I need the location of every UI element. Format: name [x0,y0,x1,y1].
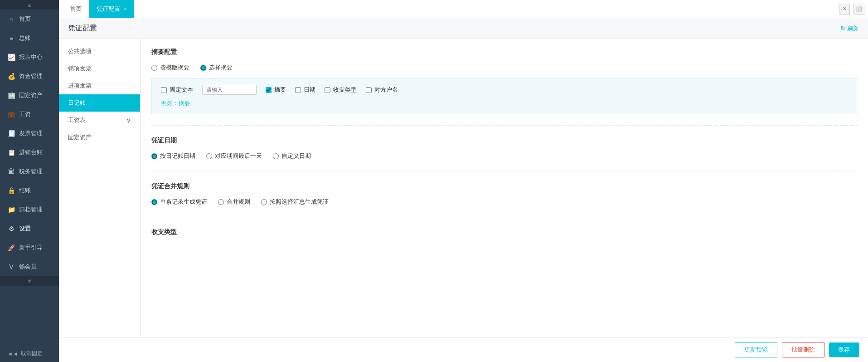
sidebar-scroll-up[interactable]: ▲ [0,0,59,10]
income-type-title: 收支类型 [151,228,857,236]
summary-select-radio[interactable] [200,65,206,71]
page-header: 凭证配置 ↻ 刷新 [59,18,868,39]
custom-date-radio[interactable] [273,153,279,159]
left-nav-public[interactable]: 公共选项 [59,43,140,60]
single-record-option[interactable]: 单条记录生成凭证 [151,198,207,206]
by-date-option[interactable]: 按日记账日期 [151,152,195,160]
sidebar-unpin-button[interactable]: ◄◄ 取消固定 [0,345,59,362]
sidebar-item-reports[interactable]: 📈 报表中心 [0,48,59,67]
by-selection-radio[interactable] [261,199,267,205]
left-nav: 公共选项 销项发票 进项发票 日记账 工资表 ∨ 固定资产 [59,39,141,337]
summary-options-row: 固定文本 摘要 日期 收支类型 [161,85,848,95]
tab-restore-button[interactable]: ⬜ [853,4,864,15]
content-wrapper: 公共选项 销项发票 进项发票 日记账 工资表 ∨ 固定资产 摘要配置 [59,39,868,337]
batch-delete-button[interactable]: 批量删除 [782,342,824,357]
date-checkbox[interactable] [295,87,301,93]
invoice-mgmt-icon: 🧾 [7,130,15,137]
tab-home[interactable]: 首页 [63,0,89,18]
merge-rule-section: 凭证合并规则 单条记录生成凭证 合并规则 按照选择汇总生成凭证 [151,182,857,217]
single-record-radio[interactable] [151,199,157,205]
last-day-option[interactable]: 对应期间最后一天 [206,152,262,160]
merge-rule-title: 凭证合并规则 [151,182,857,191]
fixed-text-input[interactable] [202,85,257,95]
by-date-radio[interactable] [151,153,157,159]
left-nav-purchase-invoice[interactable]: 进项发票 [59,77,140,94]
summary-inner-box: 固定文本 摘要 日期 收支类型 [151,78,857,114]
income-type-checkbox[interactable] [325,87,330,93]
right-content: 摘要配置 按模版摘要 选择摘要 固定文本 [141,39,868,337]
sidebar-item-archive[interactable]: 📁 归档管理 [0,200,59,219]
closing-icon: 🔒 [7,187,15,194]
guide-icon: 🚀 [7,244,15,251]
income-type-check-option[interactable]: 收支类型 [325,86,357,94]
fixed-text-checkbox[interactable] [161,87,167,93]
sidebar-item-ledger[interactable]: ≡ 总账 [0,29,59,48]
sidebar-item-assets[interactable]: 🏢 固定资产 [0,86,59,105]
left-nav-sales-invoice[interactable]: 销项发票 [59,60,140,77]
counterparty-checkbox[interactable] [366,87,372,93]
ledger-icon: ≡ [7,34,15,42]
summary-checkbox[interactable] [266,87,272,93]
merge-rule-radio-group: 单条记录生成凭证 合并规则 按照选择汇总生成凭证 [151,198,857,206]
left-nav-salary-table[interactable]: 工资表 ∨ [59,112,140,129]
archive-icon: 📁 [7,206,15,213]
tab-voucher-config[interactable]: 凭证配置 × [89,0,135,18]
arrow-down-icon: ∨ [126,117,131,124]
main-area: 首页 凭证配置 × ✕ ⬜ 凭证配置 ↻ 刷新 公共选项 销项发票 进 [59,0,868,362]
left-nav-fixed-assets[interactable]: 固定资产 [59,129,140,146]
summary-config-section: 摘要配置 按模版摘要 选择摘要 固定文本 [151,48,857,126]
assets-icon: 🏢 [7,92,15,99]
summary-select-option[interactable]: 选择摘要 [200,64,233,72]
tab-bar: 首页 凭证配置 × ✕ ⬜ [59,0,868,18]
summary-radio-group: 按模版摘要 选择摘要 [151,64,857,72]
footer-bar: 更新预览 批量删除 保存 [59,337,868,362]
sidebar: ▲ ⌂ 首页 ≡ 总账 📈 报表中心 💰 资金管理 🏢 固定资产 💼 工资 🧾 … [0,0,59,362]
counterparty-check-option[interactable]: 对方户名 [366,86,398,94]
sidebar-item-tax[interactable]: 🏛 税务管理 [0,162,59,181]
refresh-icon: ↻ [840,25,845,32]
left-nav-journal[interactable]: 日记账 [59,94,140,112]
sidebar-item-sales-ledger[interactable]: 📋 进销台账 [0,143,59,162]
summary-template-option[interactable]: 按模版摘要 [151,64,189,72]
sidebar-item-home[interactable]: ⌂ 首页 [0,10,59,29]
by-selection-option[interactable]: 按照选择汇总生成凭证 [261,198,329,206]
date-check-option[interactable]: 日期 [295,86,315,94]
tab-controls: ✕ ⬜ [839,4,864,15]
home-icon: ⌂ [7,15,15,23]
salary-icon: 💼 [7,111,15,118]
custom-date-option[interactable]: 自定义日期 [273,152,311,160]
sidebar-item-guide[interactable]: 🚀 新手引导 [0,238,59,257]
income-type-section: 收支类型 [151,228,857,254]
voucher-date-radio-group: 按日记账日期 对应期间最后一天 自定义日期 [151,152,857,160]
summary-preview-text: 例如：摘要 [161,99,848,108]
reports-icon: 📈 [7,54,15,61]
tab-close-window-button[interactable]: ✕ [839,4,850,15]
update-preview-button[interactable]: 更新预览 [735,342,777,357]
tax-icon: 🏛 [7,168,15,175]
sidebar-item-settings[interactable]: ⚙ 设置 [0,219,59,238]
pin-icon: ◄◄ [7,351,18,357]
refresh-button[interactable]: ↻ 刷新 [840,24,859,33]
summary-check-option[interactable]: 摘要 [266,86,286,94]
sidebar-item-salary[interactable]: 💼 工资 [0,105,59,124]
page-title: 凭证配置 [68,24,97,33]
save-button[interactable]: 保存 [829,342,859,357]
summary-config-title: 摘要配置 [151,48,857,56]
voucher-date-section: 凭证日期 按日记账日期 对应期间最后一天 自定义日期 [151,137,857,171]
sidebar-scroll-down[interactable]: ▼ [0,276,59,286]
summary-template-radio[interactable] [151,65,157,71]
voucher-date-title: 凭证日期 [151,137,857,145]
sidebar-item-closing[interactable]: 🔒 结账 [0,181,59,200]
settings-icon: ⚙ [7,225,15,232]
tab-close-button[interactable]: × [124,6,127,12]
funds-icon: 💰 [7,73,15,80]
sales-ledger-icon: 📋 [7,149,15,156]
member-icon: V [7,263,15,270]
fixed-text-option[interactable]: 固定文本 [161,86,193,94]
sidebar-item-member[interactable]: V 畅会员 [0,257,59,276]
merge-radio[interactable] [218,199,224,205]
last-day-radio[interactable] [206,153,212,159]
sidebar-item-invoice-mgmt[interactable]: 🧾 发票管理 [0,124,59,143]
sidebar-item-funds[interactable]: 💰 资金管理 [0,67,59,86]
merge-rule-option[interactable]: 合并规则 [218,198,250,206]
